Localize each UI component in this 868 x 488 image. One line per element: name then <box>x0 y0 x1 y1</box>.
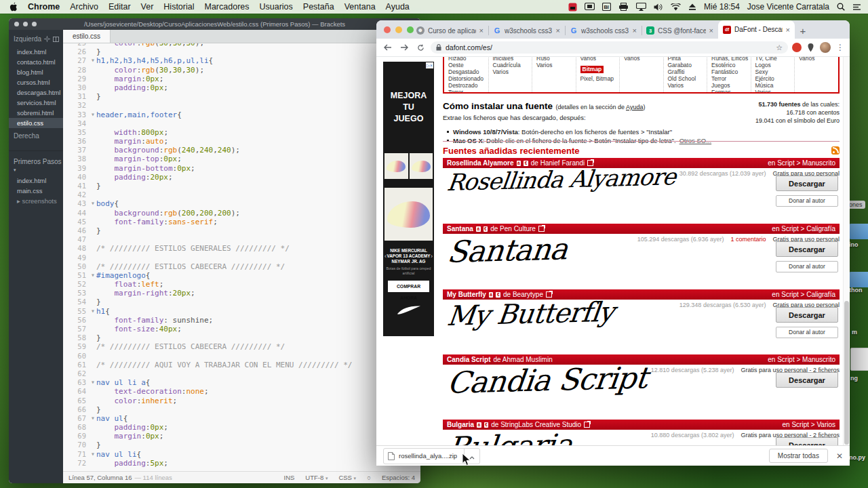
working-file-blog.html[interactable]: blog.html <box>9 67 63 77</box>
code-line[interactable]: 71▼nav ul li{ <box>63 450 420 459</box>
project-folder-screenshots[interactable]: ▸ screenshots <box>9 196 63 206</box>
code-line[interactable]: 48/* ///////// ESTILOS GENERALES ///////… <box>63 244 420 253</box>
code-line[interactable]: 72 padding:5px; <box>63 459 420 468</box>
category-link[interactable]: Esotérico <box>711 62 749 68</box>
code-line[interactable]: 63▼nav ul li a{ <box>63 378 420 387</box>
external-link-icon[interactable] <box>584 422 590 428</box>
menu-historial[interactable]: Historial <box>163 2 194 12</box>
code-line[interactable]: 28 color:rgb(30,30,30); <box>63 66 420 75</box>
brackets-window[interactable]: /Users/josevicente/Desktop/CursoAplicaci… <box>9 18 420 483</box>
font-name-link[interactable]: My Butterfly <box>447 291 486 298</box>
font-name-link[interactable]: Candia Script <box>447 356 490 363</box>
close-button[interactable] <box>384 26 391 33</box>
scrollbar-thumb[interactable] <box>844 301 849 445</box>
donate-author-button[interactable]: Donar al autor <box>776 195 838 207</box>
ad-cta-button[interactable]: COMPRAR AHORA <box>388 281 429 292</box>
working-file-contacto.html[interactable]: contacto.html <box>9 57 63 67</box>
comments-link[interactable]: 1 comentario <box>730 236 766 243</box>
category-link[interactable]: Garabato <box>668 62 706 68</box>
indent-setting[interactable]: Espacios: 4 <box>382 474 415 481</box>
apple-menu-icon[interactable] <box>9 2 18 12</box>
tab-close-icon[interactable]: × <box>556 26 560 35</box>
tab-close-icon[interactable]: × <box>633 26 637 35</box>
font-entry-header[interactable]: Bulgariaá€de StringLabs Creative Studioe… <box>443 420 840 430</box>
working-file-descargas.html[interactable]: descargas.html <box>9 87 63 98</box>
close-shelf-icon[interactable]: ✕ <box>836 451 843 461</box>
code-line[interactable]: 62 <box>63 369 420 378</box>
ad-product-image[interactable] <box>384 188 433 241</box>
menu-pestaña[interactable]: Pestaña <box>303 2 334 12</box>
ayuda-link[interactable]: Ayuda <box>626 104 643 110</box>
desktop-file-icon[interactable] <box>850 348 868 371</box>
category-link[interactable]: Runas, Élficos <box>711 57 749 62</box>
code-line[interactable]: 36 margin:auto; <box>63 137 420 146</box>
working-file-index.html[interactable]: index.html <box>9 47 63 57</box>
project-file-index.html[interactable]: index.html <box>9 176 63 186</box>
project-dropdown[interactable]: Primeros Pasos ▾ <box>9 150 63 176</box>
code-line[interactable]: 58} <box>63 333 420 342</box>
fold-arrow-icon[interactable]: ▼ <box>90 378 96 387</box>
donate-author-button[interactable]: Donar al autor <box>776 261 838 272</box>
fold-arrow-icon[interactable]: ▼ <box>90 450 96 459</box>
code-line[interactable]: 49 <box>63 253 420 262</box>
menu-marcadores[interactable]: Marcadores <box>205 2 250 12</box>
printer-icon[interactable] <box>618 3 629 11</box>
code-line[interactable]: 57 font-size:40px; <box>63 325 420 333</box>
code-line[interactable]: 50/* ///////// ESTILOS CABECERA ////////… <box>63 262 420 271</box>
font-author-link[interactable]: de Bearytype <box>503 291 543 298</box>
boxed-bi-icon[interactable]: BI <box>602 3 611 11</box>
font-entry-header[interactable]: My Butterflyá€de Bearytypeen Script > Ca… <box>443 289 840 300</box>
address-bar[interactable]: dafont.com/es/ ☆ <box>431 41 788 54</box>
close-button[interactable] <box>14 22 19 26</box>
zoom-button[interactable] <box>32 22 37 26</box>
rss-icon[interactable] <box>831 146 840 155</box>
code-line[interactable]: 52 float:left; <box>63 280 420 289</box>
working-file-estilo.css[interactable]: estilo.css <box>9 118 63 128</box>
minimize-button[interactable] <box>395 26 402 33</box>
category-link[interactable]: Varios <box>493 68 531 75</box>
category-link[interactable]: Iniciales <box>493 57 531 62</box>
browser-tab[interactable]: dfDaFont - Descargar× <box>718 20 795 39</box>
font-author-link[interactable]: de Pen Culture <box>490 225 536 232</box>
code-line[interactable]: 29 margin:0px; <box>63 75 420 83</box>
app-status-icon[interactable] <box>568 3 577 12</box>
code-line[interactable]: 51▼#imagenlogo{ <box>63 271 420 280</box>
downloaded-file-name[interactable]: rosellinda_alya....zip <box>399 452 464 460</box>
category-section-label[interactable]: Bitmap <box>580 66 604 73</box>
code-line[interactable]: 59/* ///////// ESTILOS CABECERA ////////… <box>63 342 420 351</box>
menu-chrome[interactable]: Chrome <box>28 2 60 12</box>
code-line[interactable]: 43▼body{ <box>63 199 420 208</box>
font-name-link[interactable]: Bulgaria <box>447 421 474 428</box>
category-link[interactable]: Música <box>755 82 793 89</box>
ad-product-thumbnails[interactable] <box>384 153 433 179</box>
category-link[interactable]: Rizado <box>448 57 487 62</box>
category-link[interactable]: Terror <box>448 89 487 94</box>
font-preview-sample[interactable]: Rosellinda Alyamore <box>446 163 677 196</box>
browser-tab[interactable]: Gw3schools css3 cus× <box>565 22 642 39</box>
working-file-cursos.html[interactable]: cursos.html <box>9 77 63 87</box>
desktop-folder-icon[interactable] <box>849 224 868 239</box>
fold-arrow-icon[interactable]: ▼ <box>90 307 96 316</box>
code-line[interactable]: 68 padding:0px; <box>63 423 420 432</box>
working-file-sobremi.html[interactable]: sobremi.html <box>9 108 63 118</box>
volume-icon[interactable] <box>654 3 663 11</box>
code-editor[interactable]: 25 color:rgb(30,30,30);26}27▼h1,h2,h3,h4… <box>63 43 420 471</box>
font-preview-sample[interactable]: Santana <box>446 231 570 269</box>
adblock-extension-icon[interactable] <box>792 43 802 52</box>
page-scrollbar[interactable] <box>843 57 850 445</box>
code-line[interactable]: 70} <box>63 441 420 449</box>
code-line[interactable]: 44 background:rgb(200,200,200); <box>63 209 420 218</box>
category-section-highlight[interactable]: Bitmap <box>580 62 618 75</box>
menubar-user[interactable]: Jose Vicente Carratala <box>747 2 829 12</box>
font-name-link[interactable]: Rosellinda Alyamore <box>447 159 514 167</box>
code-line[interactable]: 26} <box>63 47 420 56</box>
font-preview-sample[interactable]: Candia Script <box>446 360 649 400</box>
font-name-link[interactable]: Santana <box>447 225 473 232</box>
code-line[interactable]: 40 padding:20px; <box>63 173 420 182</box>
external-link-icon[interactable] <box>546 291 552 298</box>
profile-avatar[interactable] <box>820 42 831 53</box>
code-line[interactable]: 64 text-decoration:none; <box>63 387 420 396</box>
category-link[interactable]: Pinta <box>668 57 706 62</box>
gear-icon[interactable] <box>44 36 50 42</box>
menu-usuarios[interactable]: Usuarios <box>260 2 293 12</box>
